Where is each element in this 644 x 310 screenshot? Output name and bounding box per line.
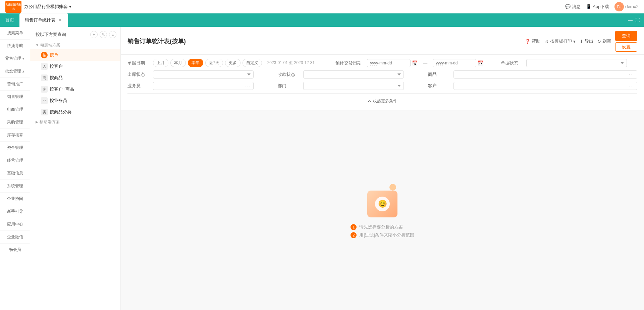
tab-home[interactable]: 首页 <box>0 13 19 27</box>
expected-date-start-input[interactable] <box>367 59 411 67</box>
right-panel: 销售订单统计表(按单) ❓ 帮助 🖨 按模板打印 ▾ ⬇ 导出 <box>121 27 644 310</box>
sidebar-item-sales[interactable]: 销售管理 <box>0 91 30 103</box>
date-separator: — <box>423 60 427 65</box>
goods-input[interactable]: ··· <box>453 70 637 79</box>
date-btn-more[interactable]: 更多 <box>225 59 240 67</box>
out-status-select[interactable] <box>153 70 254 79</box>
sidebar-item-purchase[interactable]: 采购管理 <box>0 116 30 129</box>
minimize-icon[interactable]: — <box>628 17 633 23</box>
sidebar-item-ecom[interactable]: 电商管理 <box>0 103 30 116</box>
download-icon: 📱 <box>586 4 591 9</box>
user-area[interactable]: Ea demo2 <box>614 2 639 11</box>
sidebar-item-wholesale[interactable]: 批发管理 ▲ <box>0 65 30 78</box>
sidebar-item-operation[interactable]: 经营管理 <box>0 154 30 167</box>
help-icon: ❓ <box>525 39 530 44</box>
date-btn-last-month[interactable]: 上月 <box>153 59 168 67</box>
refresh-btn[interactable]: ↻ 刷新 <box>597 38 611 44</box>
empty-hint-1: 1 请先选择要分析的方案 <box>351 224 414 230</box>
sidebar-item-inventory[interactable]: 库存核算 <box>0 129 30 142</box>
add-scheme-btn[interactable]: + <box>90 31 98 38</box>
tabbar: 首页 销售订单统计表 × — ⛶ <box>0 13 644 27</box>
tree-item-by-goods-category[interactable]: 类 按商品分类 <box>30 106 120 118</box>
export-btn[interactable]: ⬇ 导出 <box>580 38 593 44</box>
print-arrow-icon: ▾ <box>573 39 576 44</box>
expand-arrow-icon: ▼ <box>36 43 39 47</box>
tree-item-by-customer[interactable]: 人 按客户 <box>30 61 120 72</box>
topbar: 畅捷通好生意 办公用品行业模拟账套 ▾ 💬 消息 📱 App下载 Ea demo… <box>0 0 644 13</box>
salesperson-label: 业务员 <box>127 83 148 89</box>
sidebar-item-basic[interactable]: 基础信息 <box>0 167 30 180</box>
tab-close-btn[interactable]: × <box>57 17 63 23</box>
tree-item-by-order[interactable]: 按 按单 <box>30 49 120 61</box>
left-panel: 按以下方案查询 + ✎ « ▼ 电脑端方案 按 按单 人 按客户 商 <box>30 27 121 310</box>
topbar-left: 畅捷通好生意 办公用品行业模拟账套 ▾ <box>5 1 71 13</box>
salesperson-input[interactable]: ··· <box>153 82 254 90</box>
date-btn-last-7-days[interactable]: 近7天 <box>205 59 223 67</box>
tree-item-by-salesperson[interactable]: 业 按业务员 <box>30 95 120 106</box>
by-customer-icon: 人 <box>41 63 48 70</box>
sidebar-item-member[interactable]: 畅会员 <box>0 244 30 256</box>
expected-date-end-input[interactable] <box>433 59 476 67</box>
date-btn-this-year[interactable]: 本年 <box>188 59 203 67</box>
empty-face-icon: 😊 <box>375 197 390 211</box>
query-settings-group: 查询 设置 <box>615 31 637 52</box>
calendar-end-icon[interactable]: 📅 <box>478 60 483 66</box>
sidebar-item-retail[interactable]: 零售管理 ▼ <box>0 52 30 65</box>
page-actions: ❓ 帮助 🖨 按模板打印 ▾ ⬇ 导出 ↻ 刷新 <box>525 31 637 52</box>
section-pc: ▼ 电脑端方案 <box>30 41 120 49</box>
expected-date-end-group: 📅 <box>433 59 483 67</box>
main-layout: 搜索菜单 快捷导航 零售管理 ▼ 批发管理 ▲ 营销推广 销售管理 电商管理 采… <box>0 27 644 310</box>
print-icon: 🖨 <box>544 39 549 44</box>
by-goods-category-icon: 类 <box>41 109 48 115</box>
sidebar: 搜索菜单 快捷导航 零售管理 ▼ 批发管理 ▲ 营销推广 销售管理 电商管理 采… <box>0 27 30 310</box>
date-btn-this-month[interactable]: 本月 <box>170 59 186 67</box>
page-selector[interactable]: 办公用品行业模拟账套 ▾ <box>24 4 71 10</box>
customer-input[interactable]: ··· <box>453 82 637 90</box>
left-panel-title: 按以下方案查询 <box>36 32 66 38</box>
sidebar-item-appstore[interactable]: 应用中心 <box>0 218 30 231</box>
tree-item-by-customer-goods[interactable]: 客 按客户+商品 <box>30 84 120 95</box>
sidebar-item-system[interactable]: 系统管理 <box>0 180 30 193</box>
goods-label: 商品 <box>428 71 448 78</box>
sidebar-item-search-menu[interactable]: 搜索菜单 <box>0 27 30 40</box>
dept-select-wrapper <box>303 82 404 90</box>
date-btn-custom[interactable]: 自定义 <box>243 59 262 67</box>
doc-status-select-wrapper <box>526 59 627 67</box>
pay-status-label: 收款状态 <box>278 71 298 78</box>
query-btn[interactable]: 查询 <box>615 31 637 41</box>
sidebar-item-finance[interactable]: 资金管理 <box>0 142 30 154</box>
message-btn[interactable]: 💬 消息 <box>565 4 581 10</box>
page-title: 销售订单统计表(按单) <box>127 37 186 45</box>
sidebar-item-wechat[interactable]: 企业微信 <box>0 231 30 244</box>
filter-row-1: 单据日期 上月 本月 本年 近7天 更多 自定义 2023-01-01 至 20… <box>127 59 637 67</box>
avatar: Ea <box>614 2 624 11</box>
expected-date-start-group: 📅 <box>367 59 418 67</box>
sidebar-item-newbie[interactable]: 新手引导 <box>0 205 30 218</box>
help-btn[interactable]: ❓ 帮助 <box>525 38 540 44</box>
topbar-right: 💬 消息 📱 App下载 Ea demo2 <box>565 2 639 11</box>
collapse-btn[interactable]: 收起更多条件 <box>127 96 637 106</box>
pay-status-select[interactable] <box>303 70 404 79</box>
tabbar-right-actions: — ⛶ <box>628 17 644 23</box>
template-print-btn[interactable]: 🖨 按模板打印 ▾ <box>544 38 576 44</box>
calendar-start-icon[interactable]: 📅 <box>412 60 418 66</box>
edit-scheme-btn[interactable]: ✎ <box>100 31 107 38</box>
left-panel-header: 按以下方案查询 + ✎ « <box>30 31 120 41</box>
sidebar-item-enterprise[interactable]: 企业协同 <box>0 193 30 205</box>
out-status-select-wrapper <box>153 70 254 79</box>
doc-status-select[interactable] <box>526 59 627 67</box>
app-download-btn[interactable]: 📱 App下载 <box>586 4 609 10</box>
date-btns: 上月 本月 本年 近7天 更多 自定义 <box>153 59 262 67</box>
dept-select[interactable] <box>303 82 404 90</box>
maximize-icon[interactable]: ⛶ <box>635 17 640 23</box>
doc-status-label: 单据状态 <box>501 60 521 66</box>
sidebar-item-quick-nav[interactable]: 快捷导航 <box>0 40 30 52</box>
collapse-panel-btn[interactable]: « <box>109 31 116 38</box>
message-icon: 💬 <box>565 4 571 9</box>
sidebar-item-marketing[interactable]: 营销推广 <box>0 78 30 91</box>
settings-btn[interactable]: 设置 <box>615 42 637 52</box>
empty-hints: 1 请先选择要分析的方案 2 用[过滤]条件来缩小分析范围 <box>351 224 414 240</box>
tree-item-by-goods[interactable]: 商 按商品 <box>30 72 120 84</box>
tab-sales-order-stats[interactable]: 销售订单统计表 × <box>19 13 68 27</box>
wholesale-arrow-icon: ▲ <box>22 69 25 73</box>
